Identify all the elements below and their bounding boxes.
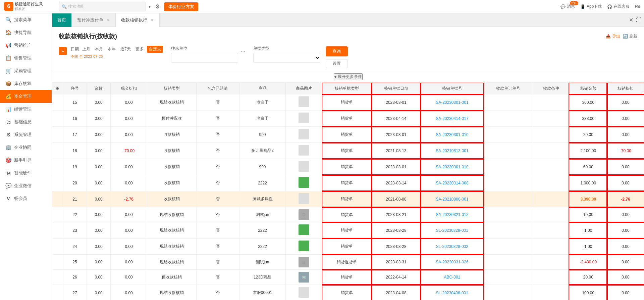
sidebar-item-system[interactable]: ⚙ 系统管理 — [0, 128, 52, 141]
sidebar-item-newbie[interactable]: 🎯 新手引导 — [0, 154, 52, 167]
date-btn-custom[interactable]: 自定义 — [147, 46, 163, 53]
cell-verify-doc-no[interactable]: SA-20210808-001 — [421, 191, 483, 207]
topbar-right: 💬 消息 99+ 📱 App下载 🎧 在线客服 Rit — [560, 4, 640, 9]
cell-verify-doc-no[interactable]: SA-20230321-012 — [421, 207, 483, 222]
cell-verify-doc-no[interactable]: SL-20230328-001 — [421, 222, 483, 239]
cell-verify-doc-no[interactable]: SA-20230301-001 — [421, 94, 483, 111]
export-button[interactable]: 📤 导出 — [606, 34, 620, 39]
maximize-icon[interactable]: ⛶ — [636, 17, 641, 23]
close-window-icon[interactable]: ✕ — [629, 17, 633, 23]
tab-prepay-close[interactable]: ✕ — [107, 18, 110, 23]
sidebar-label: 企业协同 — [14, 144, 32, 151]
sidebar-item-search[interactable]: 🔍 搜索菜单 — [0, 13, 52, 26]
cell-verify-doc-no[interactable]: SA-20210813-001 — [421, 143, 483, 159]
col-seq: 序号 — [63, 83, 87, 94]
sidebar-label: 基础信息 — [14, 119, 32, 125]
partner-input[interactable] — [171, 53, 238, 63]
tab-prepay[interactable]: 预付冲应付单 ✕ — [72, 13, 116, 27]
cell-verify-doc-no[interactable]: SA-20230301-010 — [421, 127, 483, 143]
date-btn-this-year[interactable]: 本年 — [106, 46, 117, 53]
cell-verify-doc-date: 2022-04-14 — [372, 270, 421, 285]
data-table: ⚙ 序号 余额 现金折扣 核销类型 包含已结清 商品 商品图片 核销单据类型 核… — [52, 83, 644, 300]
online-service-button[interactable]: 🎧 在线客服 — [607, 4, 630, 9]
sidebar-label: 采购管理 — [14, 68, 32, 74]
sidebar: 🔍 搜索菜单 🏠 快捷导航 📢 营销推广 📋 销售管理 🛒 采购管理 📦 库存核… — [0, 13, 52, 300]
col-settings[interactable]: ⚙ — [52, 83, 63, 94]
tab-collection[interactable]: 收款核销执行 ✕ — [116, 13, 160, 27]
sidebar-item-hardware[interactable]: 🖥 智能硬件 — [0, 167, 52, 179]
cell-settings — [52, 94, 63, 111]
sidebar-item-member[interactable]: V 畅会员 — [0, 192, 52, 205]
cell-verify-doc-no[interactable]: SA-20230301-010 — [421, 159, 483, 175]
logo-badge: 标准版 — [15, 7, 43, 11]
sidebar-label: 经营管理 — [14, 106, 32, 112]
sidebar-item-corp[interactable]: 🏢 企业协同 — [0, 141, 52, 154]
date-btn-more[interactable]: 更多 — [134, 46, 145, 53]
tab-home[interactable]: 首页 — [52, 13, 72, 27]
tabbar-actions: ✕ ⛶ — [626, 17, 644, 23]
cell-verify-doc-date: 2023-03-01 — [372, 159, 421, 175]
filter-toggle[interactable]: » — [59, 47, 67, 55]
user-info: Rit — [635, 4, 640, 9]
cell-receipt-order-no — [483, 175, 533, 191]
cell-goods: 测试jun — [239, 207, 285, 222]
query-button[interactable]: 查询 — [326, 46, 348, 56]
cell-settings — [52, 285, 63, 300]
tab-collection-close[interactable]: ✕ — [151, 18, 154, 23]
cell-goods: 2222 — [239, 239, 285, 255]
date-btn-this-month[interactable]: 本月 — [94, 46, 104, 53]
cell-settings — [52, 111, 63, 127]
doc-type-select[interactable] — [253, 53, 320, 63]
date-btn-7days[interactable]: 近7天 — [119, 46, 132, 53]
cell-verify-discount: 0.00 — [607, 255, 644, 270]
gear-icon[interactable]: ⚙ — [153, 3, 161, 11]
cell-settled: 否 — [196, 207, 239, 222]
expand-more-button[interactable]: ▾ 展开更多条件 — [334, 73, 363, 80]
message-badge: 99+ — [570, 1, 578, 5]
dropdown-icon[interactable]: ▾ — [149, 4, 151, 9]
sidebar-item-capital[interactable]: 💰 资金管理 — [0, 90, 52, 103]
sidebar-item-purchase[interactable]: 🛒 采购管理 — [0, 65, 52, 77]
cell-verify-doc-no[interactable]: ABC-001 — [421, 270, 483, 285]
sidebar-label: 营销推广 — [14, 42, 32, 48]
sidebar-item-shortcut[interactable]: 🏠 快捷导航 — [0, 26, 52, 39]
cell-goods-img — [286, 111, 322, 127]
sidebar-item-business[interactable]: 📊 经营管理 — [0, 103, 52, 116]
cell-verify-doc-no[interactable]: SL-20230408-001 — [421, 285, 483, 300]
cell-verify-doc-no[interactable]: SL-20230328-002 — [421, 239, 483, 255]
business-icon: 📊 — [5, 106, 11, 112]
cell-verify-doc-type: 销货退货单 — [322, 255, 372, 270]
sidebar-item-inventory[interactable]: 📦 库存核算 — [0, 77, 52, 90]
sidebar-label: 系统管理 — [14, 132, 32, 138]
app-download-button[interactable]: 📱 App下载 — [580, 4, 602, 9]
message-button[interactable]: 💬 消息 99+ — [560, 4, 575, 9]
cell-verify-amount: 100.00 — [569, 285, 607, 300]
sidebar-item-basic[interactable]: 🗂 基础信息 — [0, 116, 52, 128]
cell-settings — [52, 255, 63, 270]
cell-receipt-order-no — [483, 111, 533, 127]
cell-verify-doc-no[interactable]: SA-20230414-017 — [421, 111, 483, 127]
sidebar-item-sales[interactable]: 📋 销售管理 — [0, 52, 52, 65]
search-box[interactable]: 🔍 搜索功能 — [59, 2, 146, 11]
cell-verify-doc-no[interactable]: SA-20230314-008 — [421, 175, 483, 191]
settings-button[interactable]: 设置 — [326, 59, 348, 68]
refresh-button[interactable]: 🔄 刷新 — [623, 34, 637, 39]
cell-verify-amount: -2,430.00 — [569, 255, 607, 270]
trial-button[interactable]: 体验行业方案 — [164, 2, 198, 11]
cell-receipt-order-no — [483, 255, 533, 270]
table-row: 24 0.00 0.00 现结收款核销 否 2222 销货单 2023-03-2… — [52, 239, 644, 255]
sidebar-item-wechat[interactable]: 💬 企业微信 — [0, 179, 52, 192]
cell-verify-amount: 60.00 — [569, 159, 607, 175]
date-btn-last-month[interactable]: 上月 — [81, 46, 92, 53]
page-header: 收款核销执行(按收款) 📤 导出 🔄 刷新 — [52, 27, 644, 43]
cell-verify-type: 现结收款核销 — [147, 222, 197, 239]
logo-name: 畅捷通谱好生意 — [15, 2, 43, 6]
cell-settled: 否 — [196, 222, 239, 239]
cell-seq: 19 — [63, 159, 87, 175]
basic-icon: 🗂 — [5, 119, 11, 125]
table-row: 17 0.00 0.00 收款核销 否 999 销货单 2023-03-01 S… — [52, 127, 644, 143]
sidebar-item-marketing[interactable]: 📢 营销推广 — [0, 39, 52, 52]
cell-verify-doc-no[interactable]: SA-20230331-026 — [421, 255, 483, 270]
cell-verify-doc-date: 2023-03-01 — [372, 127, 421, 143]
cell-seq: 20 — [63, 175, 87, 191]
